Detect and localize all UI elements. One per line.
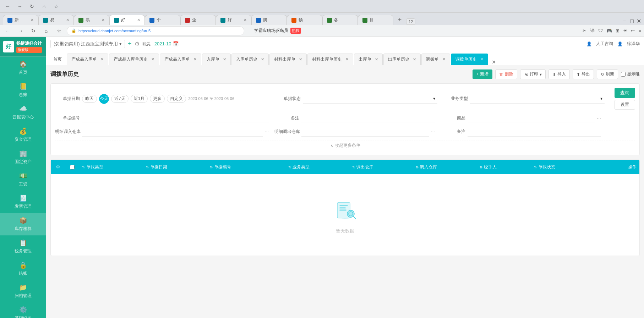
browser-tab-11[interactable]: 目 [358,15,393,25]
maximize-button[interactable]: □ [630,18,634,24]
browser-tab-1-close[interactable]: ✕ [31,18,34,22]
sidebar-item-ledger[interactable]: 📒 总账 [0,79,46,101]
browser-tab-6[interactable]: 企 [180,15,216,25]
type-select[interactable]: ▾ [470,94,605,104]
show-disabled-checkbox[interactable] [621,72,626,77]
ckd-close[interactable]: ✕ [375,57,378,62]
page-tab-home[interactable]: 首页 [49,54,66,65]
page-tab-clckd[interactable]: 材料出库单 ✕ [269,54,307,65]
rkdls-close[interactable]: ✕ [261,57,264,62]
query-button[interactable]: 查询 [615,88,635,98]
minimize-button[interactable]: － [622,17,627,25]
today-btn[interactable]: 今天 [99,94,109,104]
home-button[interactable]: ⌂ [41,26,51,36]
goods-more-icon[interactable]: ··· [597,115,601,121]
sidebar-item-archive[interactable]: 📁 归档管理 [0,280,46,302]
browser-tab-7-close[interactable]: ✕ [244,18,247,22]
th-biz-type[interactable]: ⇅ 业务类型 [285,164,349,170]
grid-tool[interactable]: ⊞ [616,28,620,33]
number-input[interactable] [82,113,269,123]
sidebar-item-close[interactable]: 🔒 结账 [0,258,46,280]
page-tab-cprkd2[interactable]: 产成品入库单 ✕ [160,54,201,65]
note2-input[interactable] [468,127,601,136]
ckdls-close[interactable]: ✕ [413,57,416,62]
new-button[interactable]: + 新增 [473,69,492,79]
star-button[interactable]: ☆ [54,26,64,36]
th-number[interactable]: ⇅ 单据编号 [207,164,285,170]
settings-gear-icon[interactable]: ⚙ [135,40,140,47]
th-in-warehouse[interactable]: ⇅ 调入仓库 [413,164,477,170]
page-tab-ckd[interactable]: 出库单 ✕ [354,54,383,65]
print-button[interactable]: 🖨 打印 ▾ [520,69,546,79]
page-tab-clckdls[interactable]: 材料出库单历史 ✕ [307,54,353,65]
nav-home[interactable]: ⌂ [39,1,49,11]
clckdls-close[interactable]: ✕ [345,57,349,62]
week-btn[interactable]: 近7天 [111,95,129,103]
page-tab-rkdls[interactable]: 入库单历史 ✕ [231,54,269,65]
reload-button[interactable]: ↻ [28,26,38,36]
dbd-close[interactable]: ✕ [442,57,446,62]
clckd-close[interactable]: ✕ [299,57,302,62]
browser-tab-2-close[interactable]: ✕ [66,18,69,22]
browser-tab-5[interactable]: 个 [145,15,180,25]
add-company-btn[interactable]: + [128,40,132,48]
user-service-label[interactable]: 人工咨询 [596,41,613,47]
more-btn[interactable]: 更多 [150,95,165,103]
th-checkbox-cell[interactable] [65,165,79,169]
nav-back[interactable]: ← [3,1,13,11]
collapse-conditions[interactable]: ∧ 收起更多条件 [55,140,635,151]
import-button[interactable]: ⬇ 导入 [549,69,570,79]
sidebar-item-funds[interactable]: 💰 资金管理 [0,124,46,146]
period-value[interactable]: 2021-10 📅 [154,41,179,46]
sidebar-item-basic[interactable]: ⚙️ 基础设置 [0,302,46,318]
menu-tool[interactable]: ≡ [638,28,641,33]
browser-tab-3[interactable]: 易 ✕ [74,15,109,25]
sidebar-item-tax[interactable]: 📋 税务管理 [0,235,46,258]
scissors-tool[interactable]: ✂ [583,28,586,33]
sidebar-item-assets[interactable]: 🏢 固定资产 [0,146,46,168]
cprkd2-close[interactable]: ✕ [193,57,197,62]
undo-tool[interactable]: ↩ [631,28,635,33]
dbdls-close[interactable]: ✕ [480,57,484,62]
browser-tab-4-close[interactable]: ✕ [137,18,140,22]
th-gear-cell[interactable]: ⚙ [51,164,65,169]
translate-tool[interactable]: 译 [590,28,595,34]
sun-tool[interactable]: ☀ [623,28,627,33]
nav-bookmark[interactable]: ☆ [51,1,61,11]
shield-tool[interactable]: 🛡 [598,28,603,33]
new-tab-button[interactable]: + [395,15,405,25]
page-tab-dbd[interactable]: 调拨单 ✕ [421,54,450,65]
browser-tab-7[interactable]: 好 ✕ [216,15,251,25]
export-button[interactable]: ⬆ 导出 [573,69,594,79]
refresh-button[interactable]: ↻ 刷新 [597,69,618,79]
back-button[interactable]: ← [3,26,13,36]
th-date[interactable]: ⇅ 单据日期 [143,164,207,170]
cprkdls-close[interactable]: ✕ [151,57,154,62]
th-type[interactable]: ⇅ 单账类型 [79,164,143,170]
th-out-warehouse[interactable]: ⇅ 调出仓库 [349,164,413,170]
sidebar-item-salary[interactable]: 💵 工资 [0,168,46,191]
delete-button[interactable]: 🗑 删除 [495,69,517,79]
out-warehouse-input[interactable] [301,127,429,136]
address-input[interactable]: 🔒 https://cloud.chanjet.com/accounting/u… [67,26,244,35]
page-tab-cprkd[interactable]: 产成品入库单 ✕ [67,54,108,65]
close-button[interactable]: ✕ [637,18,641,24]
page-tab-ckdls[interactable]: 出库单历史 ✕ [383,54,421,65]
browser-tab-1[interactable]: 新 ✕ [3,15,38,25]
page-tab-rkd[interactable]: 入库单 ✕ [202,54,231,65]
sidebar-item-invoice[interactable]: 🧾 发票管理 [0,191,46,213]
page-tab-dbdls[interactable]: 调拨单历史 ✕ [451,54,488,65]
month-btn[interactable]: 近1月 [131,95,148,103]
sidebar-item-home[interactable]: 🏠 首页 [0,57,46,79]
status-select[interactable]: ▾ [303,94,437,104]
forward-button[interactable]: → [16,26,26,36]
th-handler[interactable]: ⇅ 经手人 [477,164,531,170]
browser-tab-8[interactable]: 腾 [251,15,287,25]
goods-input[interactable] [468,113,595,123]
select-all-checkbox[interactable] [70,165,75,169]
nav-refresh[interactable]: ↻ [27,1,37,11]
sidebar-item-report[interactable]: ☁️ 云报表中心 [0,101,46,124]
out-warehouse-more-icon[interactable]: ··· [431,129,435,134]
username[interactable]: 徐泽华 [627,41,640,47]
browser-tab-3-close[interactable]: ✕ [102,18,105,22]
